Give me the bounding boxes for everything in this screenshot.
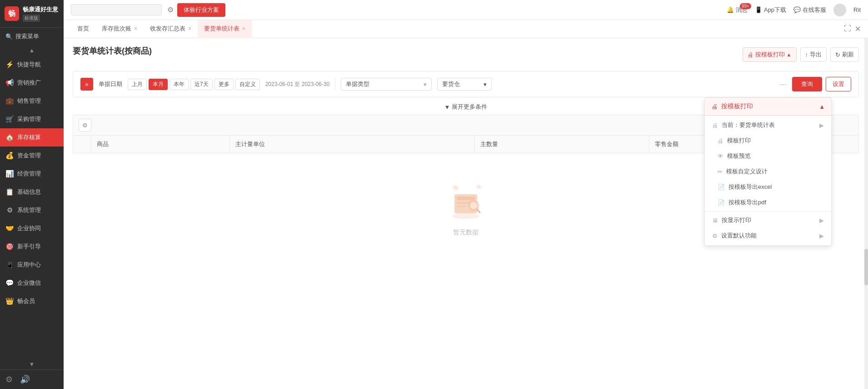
query-actions: ··· 查询 设置: [778, 77, 851, 91]
yaohuo-chevron: ▾: [484, 81, 487, 88]
sidebar-item-kuaijie[interactable]: ⚡ 快捷导航: [0, 56, 64, 74]
expand-more-button[interactable]: ▼ 展开更多条件: [444, 103, 488, 111]
date-btn-more[interactable]: 更多: [215, 79, 234, 90]
warehouse-icon: 🏠: [5, 133, 14, 141]
table-settings-btn[interactable]: ⚙: [79, 119, 91, 131]
tab-yaohuo-tongji-label: 要货单统计表: [204, 25, 239, 33]
date-btn-current-month[interactable]: 本月: [149, 79, 168, 90]
bill-type-chevron: ▾: [424, 81, 427, 88]
preview-sub-icon: 👁: [718, 153, 723, 160]
set-default-arrow: ▶: [819, 232, 824, 239]
user-avatar-btn[interactable]: [833, 4, 846, 16]
date-btn-last-month[interactable]: 上月: [128, 79, 147, 90]
notifications-btn[interactable]: 🔔 消息 99+: [727, 6, 748, 14]
export-icon: ↑: [805, 51, 808, 58]
print-current-item[interactable]: 🖨 当前：要货单统计表 ▶: [705, 117, 831, 133]
sidebar-search[interactable]: 🔍 搜索菜单: [0, 28, 64, 45]
sidebar-item-jingying[interactable]: 📊 经营管理: [0, 165, 64, 183]
nav-label-xiaoshou: 销售管理: [17, 97, 41, 105]
col-unit: 主计量单位: [230, 136, 475, 153]
trial-button[interactable]: 体验行业方案: [177, 3, 225, 17]
sidebar-item-xinshou[interactable]: 🎯 新手引导: [0, 237, 64, 256]
print-template-sub-item[interactable]: 🖨 模板打印: [705, 133, 831, 148]
settings-button[interactable]: 设置: [826, 77, 851, 91]
date-filter-label: 单据日期: [99, 80, 122, 88]
query-button[interactable]: 查询: [792, 77, 822, 91]
tab-shoufahuizong[interactable]: 收发存汇总表 ×: [144, 20, 198, 38]
tabs-maximize-icon[interactable]: ⛶: [844, 25, 851, 33]
print-current-icon: 🖨: [712, 122, 718, 129]
nav-label-qiyeweixin: 企业微信: [17, 279, 41, 287]
export-btn[interactable]: ↑ 导出: [800, 47, 827, 62]
design-template-sub-item[interactable]: ✏ 模板自定义设计: [705, 164, 831, 179]
tab-shoufahuizong-close[interactable]: ×: [188, 25, 191, 32]
top-right-actions: 🖨 按模板打印 ▲ ↑ 导出 ↻ 刷新: [743, 47, 859, 62]
sidebar-scroll-up[interactable]: ▲: [0, 45, 64, 56]
tabs-bar: 首页 库存批次账 × 收发存汇总表 × 要货单统计表 × ⛶ ✕: [64, 20, 868, 38]
print-template-btn[interactable]: 🖨 按模板打印 ▲: [743, 47, 797, 62]
flash-icon: ⚡: [5, 61, 14, 69]
settings-icon[interactable]: ⚙: [5, 374, 13, 384]
tab-yaohuo-tongji-close[interactable]: ×: [242, 25, 245, 32]
scrollbar-thumb[interactable]: [864, 249, 868, 285]
display-print-item[interactable]: 🖥 按显示打印 ▶: [705, 212, 831, 228]
sidebar-scroll-down[interactable]: ▼: [0, 359, 64, 369]
sound-icon[interactable]: 🔊: [20, 374, 30, 384]
tab-kucun-pizhang-label: 库存批次账: [102, 25, 131, 33]
bill-type-select[interactable]: 单据类型 ▾: [341, 78, 432, 91]
sidebar-item-kucun[interactable]: 🏠 库存核算: [0, 128, 64, 147]
export-pdf-sub-item[interactable]: 📄 按模板导出pdf: [705, 195, 831, 210]
page-title: 要货单统计表(按商品): [73, 45, 152, 56]
topbar-gear-icon[interactable]: ⚙: [167, 5, 174, 14]
sidebar-item-huiyuan[interactable]: 👑 畅会员: [0, 292, 64, 310]
more-options-btn[interactable]: ···: [778, 77, 788, 91]
export-excel-sub-item[interactable]: 📄 按模板导出excel: [705, 179, 831, 195]
operation-icon: 📊: [5, 170, 14, 178]
sidebar-item-yingxiao[interactable]: 📢 营销推广: [0, 74, 64, 92]
expand-more-icon: ▼: [444, 104, 450, 111]
print-sub-icon: 🖨: [718, 137, 723, 144]
svg-point-0: [452, 213, 479, 219]
finance-icon: 💰: [5, 152, 14, 160]
topbar-search-input[interactable]: [75, 6, 158, 13]
app-download-btn[interactable]: 📱 App下载: [755, 6, 786, 14]
sidebar-item-xiaoshou[interactable]: 💼 销售管理: [0, 92, 64, 110]
display-print-item-left: 🖥 按显示打印: [712, 216, 751, 224]
print-dropdown-section: 🖨 当前：要货单统计表 ▶ 🖨 模板打印 👁 模板预览 ✏ 模板自定义设计: [705, 116, 831, 245]
date-btn-last-7-days[interactable]: 近7天: [190, 79, 213, 90]
yaohuo-label: 要货仓: [442, 80, 460, 88]
print-icon: 🖨: [711, 103, 718, 110]
tab-kucun-pizhang-close[interactable]: ×: [134, 25, 137, 32]
filter-expand-button[interactable]: »: [80, 78, 93, 91]
sidebar-item-qiyeweixin[interactable]: 💬 企业微信: [0, 274, 64, 292]
set-default-label: 设置默认功能: [721, 232, 757, 240]
yaohuo-warehouse-select[interactable]: 要货仓 ▾: [437, 78, 492, 91]
print-dropdown-close-chevron[interactable]: ▲: [819, 103, 825, 110]
search-label: 搜索菜单: [15, 32, 39, 40]
sidebar-item-yingyong[interactable]: 📱 应用中心: [0, 256, 64, 274]
date-btn-current-year[interactable]: 本年: [170, 79, 189, 90]
print-current-label: 当前：要货单统计表: [722, 121, 775, 129]
nav-label-caigou: 采购管理: [17, 115, 41, 123]
tabs-close-icon[interactable]: ✕: [855, 25, 861, 33]
sidebar-item-xitong[interactable]: ⚙ 系统管理: [0, 201, 64, 219]
wechat-icon: 💬: [5, 279, 14, 287]
nav-label-yingyong: 应用中心: [17, 261, 41, 269]
sidebar-item-zijin[interactable]: 💰 资金管理: [0, 147, 64, 165]
svg-point-6: [470, 202, 477, 209]
online-service-btn[interactable]: 💬 在线客服: [793, 6, 826, 14]
tab-kucun-pizhang[interactable]: 库存批次账 ×: [95, 20, 144, 38]
date-btn-custom[interactable]: 自定义: [235, 79, 260, 90]
sidebar-item-jichu[interactable]: 📋 基础信息: [0, 183, 64, 201]
sidebar-item-qiye[interactable]: 🤝 企业协同: [0, 219, 64, 237]
page-content: 要货单统计表(按商品) 🖨 按模板打印 ▲ ↑ 导出 ↻ 刷新: [64, 38, 868, 389]
sidebar-item-caigou[interactable]: 🛒 采购管理: [0, 110, 64, 128]
tab-yaohuo-tongji[interactable]: 要货单统计表 ×: [198, 20, 252, 38]
preview-template-sub-item[interactable]: 👁 模板预览: [705, 148, 831, 164]
set-default-item[interactable]: ⚙ 设置默认功能 ▶: [705, 228, 831, 243]
print-current-item-left: 🖨 当前：要货单统计表: [712, 121, 775, 129]
display-print-arrow: ▶: [819, 217, 824, 224]
nav-label-xinshou: 新手引导: [17, 242, 41, 251]
tab-home[interactable]: 首页: [71, 20, 95, 38]
refresh-btn[interactable]: ↻ 刷新: [830, 47, 859, 62]
